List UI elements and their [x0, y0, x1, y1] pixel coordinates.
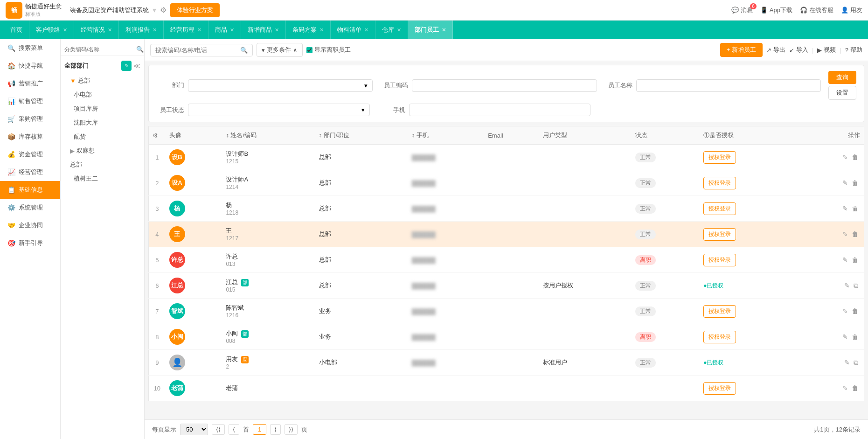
tab-customer[interactable]: 客户联络✕ — [29, 21, 74, 39]
edit-button[interactable]: ✎ — [840, 383, 850, 393]
dept-select[interactable]: ▾ — [188, 79, 373, 92]
sidebar-item-finance[interactable]: 💰 资金管理 — [0, 146, 60, 163]
prev-page-btn[interactable]: ⟨ — [229, 424, 239, 435]
close-icon[interactable]: ✕ — [364, 27, 368, 33]
first-page-btn[interactable]: ⟨⟨ — [212, 424, 225, 435]
query-button[interactable]: 查询 — [828, 71, 856, 84]
delete-button[interactable]: 🗑 — [850, 255, 860, 265]
close-icon[interactable]: ✕ — [442, 27, 446, 33]
sidebar-item-collab[interactable]: 🤝 企业协同 — [0, 216, 60, 234]
dept-tree-item-small-elec[interactable]: 小电部 — [61, 88, 144, 102]
close-icon[interactable]: ✕ — [197, 27, 201, 33]
show-resigned-checkbox[interactable] — [306, 47, 312, 53]
close-icon[interactable]: ✕ — [397, 27, 401, 33]
per-page-select[interactable]: 50 100 200 — [180, 424, 208, 435]
auth-login-button[interactable]: 授权登录 — [703, 254, 736, 266]
dept-tree-item-shuangma[interactable]: ▶ 双麻想 — [61, 144, 144, 158]
tab-profit[interactable]: 利润报告✕ — [119, 21, 164, 39]
help-btn[interactable]: ? 帮助 — [845, 46, 862, 54]
import-btn[interactable]: ↙ 导入 — [789, 46, 808, 54]
sidebar-item-biz[interactable]: 📈 经营管理 — [0, 163, 60, 181]
auth-login-button[interactable]: 授权登录 — [703, 202, 736, 215]
edit-button[interactable]: ✎ — [840, 204, 850, 213]
edit-button[interactable]: ✎ — [840, 255, 850, 265]
copy-button[interactable]: ⧉ — [852, 358, 860, 368]
collapse-icon[interactable]: ≪ — [133, 62, 140, 70]
tab-add-goods[interactable]: 新增商品✕ — [241, 21, 286, 39]
user-btn[interactable]: 👤 用友 — [841, 6, 862, 14]
delete-button[interactable]: 🗑 — [850, 204, 860, 213]
tab-barcode[interactable]: 条码方案✕ — [286, 21, 331, 39]
online-service-btn[interactable]: 🎧 在线客服 — [800, 6, 833, 14]
edit-button[interactable]: ✎ — [840, 178, 850, 188]
sidebar-item-system[interactable]: ⚙️ 系统管理 — [0, 199, 60, 216]
sidebar-item-search[interactable]: 🔍 搜索菜单 — [0, 39, 60, 57]
edit-button[interactable]: ✎ — [840, 230, 850, 239]
export-btn[interactable]: ↗ 导出 — [766, 46, 785, 54]
auth-login-button[interactable]: 授权登录 — [703, 177, 736, 189]
delete-button[interactable]: 🗑 — [850, 230, 860, 239]
app-download-btn[interactable]: 📱 App下载 — [760, 6, 792, 14]
edit-button[interactable]: ✎ — [840, 332, 850, 341]
dept-tree-item-project[interactable]: 项目库房 — [61, 102, 144, 116]
close-icon[interactable]: ✕ — [319, 27, 324, 33]
dept-tree-item-distribution[interactable]: 配货 — [61, 130, 144, 144]
next-page-btn[interactable]: ⟩ — [270, 424, 281, 435]
tab-operation[interactable]: 经营情况✕ — [74, 21, 119, 39]
dept-header-icon[interactable]: ✎ — [121, 61, 132, 71]
col-dept[interactable]: ↕ 部门/职位 — [315, 126, 408, 145]
search-input[interactable] — [155, 47, 238, 54]
dept-tree-item-headquarters[interactable]: ▼ 总部 — [61, 74, 144, 88]
dept-tree-item-plant[interactable]: 植树王二 — [61, 172, 144, 186]
sidebar-item-purchase[interactable]: 🛒 采购管理 — [0, 110, 60, 128]
video-btn[interactable]: ▶ 视频 — [817, 46, 836, 54]
close-icon[interactable]: ✕ — [63, 27, 67, 33]
edit-button[interactable]: ✎ — [842, 281, 852, 290]
trial-button[interactable]: 体验行业方案 — [170, 3, 220, 17]
show-resigned-label[interactable]: 显示离职员工 — [306, 46, 351, 54]
set-button[interactable]: 设置 — [828, 86, 856, 100]
add-employee-button[interactable]: + 新增员工 — [720, 43, 763, 57]
col-name[interactable]: ↕ 姓名/编码 — [222, 126, 315, 145]
tab-process[interactable]: 经营历程✕ — [164, 21, 208, 39]
auth-login-button[interactable]: 授权登录 — [703, 382, 736, 395]
phone-input[interactable] — [409, 104, 591, 116]
sidebar-item-quicknav[interactable]: 🏠 快捷导航 — [0, 57, 60, 75]
delete-button[interactable]: 🗑 — [850, 153, 860, 162]
edit-button[interactable]: ✎ — [842, 358, 852, 367]
tab-warehouse[interactable]: 仓库✕ — [375, 21, 408, 39]
sidebar-item-inventory[interactable]: 📦 库存核算 — [0, 128, 60, 146]
tab-dept-staff[interactable]: 部门员工✕ — [408, 21, 453, 39]
copy-button[interactable]: ⧉ — [852, 281, 860, 291]
tab-bom[interactable]: 物料清单✕ — [331, 21, 375, 39]
emp-code-input[interactable] — [412, 79, 597, 92]
col-gear[interactable]: ⚙ — [149, 126, 166, 145]
sidebar-item-basic[interactable]: 📋 基础信息 — [0, 181, 60, 199]
close-icon[interactable]: ✕ — [108, 27, 112, 33]
tab-goods[interactable]: 商品✕ — [208, 21, 241, 39]
sidebar-item-sales[interactable]: 📊 销售管理 — [0, 92, 60, 110]
tab-home[interactable]: 首页 — [4, 21, 29, 39]
dropdown-arrow-icon[interactable]: ▾ — [153, 6, 156, 14]
close-icon[interactable]: ✕ — [275, 27, 279, 33]
dept-tree-item-general[interactable]: 总部 — [61, 158, 144, 172]
auth-login-button[interactable]: 授权登录 — [703, 305, 736, 318]
dept-search-input[interactable] — [64, 46, 134, 53]
more-filter-btn[interactable]: ▾ 更多条件 ∧ — [257, 43, 303, 57]
sidebar-item-guide[interactable]: 🎯 新手引导 — [0, 234, 60, 252]
edit-button[interactable]: ✎ — [840, 307, 850, 316]
emp-name-input[interactable] — [636, 79, 821, 92]
close-icon[interactable]: ✕ — [230, 27, 234, 33]
delete-button[interactable]: 🗑 — [850, 307, 860, 316]
delete-button[interactable]: 🗑 — [850, 332, 860, 341]
auth-login-button[interactable]: 授权登录 — [703, 151, 736, 164]
edit-button[interactable]: ✎ — [840, 153, 850, 162]
message-btn[interactable]: 💬 消息 6 — [731, 6, 753, 14]
sidebar-item-marketing[interactable]: 📢 营销推广 — [0, 75, 60, 92]
delete-button[interactable]: 🗑 — [850, 383, 860, 393]
emp-status-select[interactable]: ▾ — [188, 104, 370, 116]
col-phone[interactable]: ↕ 手机 — [408, 126, 484, 145]
settings-icon[interactable]: ⚙ — [160, 6, 167, 14]
delete-button[interactable]: 🗑 — [850, 178, 860, 188]
close-icon[interactable]: ✕ — [153, 27, 157, 33]
